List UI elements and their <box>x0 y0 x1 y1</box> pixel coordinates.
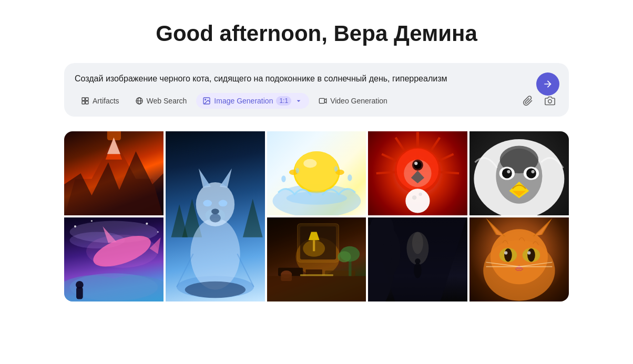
svg-marker-164 <box>533 218 553 236</box>
toolbar-web-search[interactable]: Web Search <box>129 93 193 108</box>
svg-point-144 <box>303 240 325 256</box>
svg-marker-166 <box>535 224 548 236</box>
camera-icon <box>545 96 555 106</box>
svg-point-82 <box>210 214 221 223</box>
gallery-dolphin[interactable] <box>64 217 164 301</box>
artifacts-icon <box>81 97 89 105</box>
svg-point-79 <box>211 209 219 214</box>
svg-point-113 <box>419 193 422 196</box>
image-gen-label: Image Generation <box>214 97 273 105</box>
prompt-text[interactable]: Создай изображение черного кота, сидящег… <box>75 72 558 85</box>
svg-point-94 <box>348 174 352 181</box>
svg-point-93 <box>281 175 285 182</box>
svg-point-130 <box>86 235 158 268</box>
svg-point-157 <box>412 232 423 254</box>
image-gen-icon <box>202 97 211 105</box>
svg-point-109 <box>414 162 417 165</box>
svg-point-91 <box>303 159 316 168</box>
svg-point-158 <box>414 263 422 278</box>
svg-point-122 <box>532 170 535 173</box>
svg-point-121 <box>507 170 511 173</box>
svg-marker-10 <box>324 99 326 103</box>
aspect-ratio-badge[interactable]: 1:1 <box>276 96 291 106</box>
gallery-eagle[interactable] <box>469 131 569 215</box>
svg-marker-165 <box>491 224 504 236</box>
svg-point-88 <box>294 151 339 191</box>
send-icon <box>543 79 553 89</box>
svg-point-85 <box>185 282 246 298</box>
paperclip-icon <box>523 96 533 106</box>
gallery-bird[interactable] <box>368 131 467 215</box>
svg-point-152 <box>338 251 351 262</box>
svg-point-134 <box>74 225 76 227</box>
globe-icon <box>135 97 144 105</box>
svg-point-96 <box>334 166 338 171</box>
svg-point-112 <box>412 195 416 200</box>
svg-rect-0 <box>82 98 85 100</box>
attachment-button[interactable] <box>519 92 536 109</box>
svg-rect-149 <box>300 274 333 276</box>
svg-point-133 <box>76 281 84 289</box>
image-gallery-main <box>64 131 569 301</box>
video-gen-label: Video Generation <box>330 97 387 105</box>
toolbar-artifacts[interactable]: Artifacts <box>75 93 126 108</box>
svg-point-80 <box>203 200 212 207</box>
svg-point-120 <box>526 169 536 179</box>
web-search-label: Web Search <box>147 97 187 105</box>
toolbar-image-gen[interactable]: Image Generation 1:1 <box>196 93 309 109</box>
toolbar: Artifacts Web Search Image Generation 1:… <box>75 92 558 109</box>
gallery-cat[interactable] <box>469 217 569 301</box>
svg-point-95 <box>295 168 299 173</box>
svg-rect-132 <box>76 287 83 299</box>
send-button[interactable] <box>536 72 559 96</box>
gallery-volcano[interactable] <box>64 131 164 215</box>
prompt-input-container: Создай изображение черного кота, сидящег… <box>64 63 569 117</box>
svg-point-11 <box>548 100 552 103</box>
svg-point-169 <box>504 248 512 262</box>
svg-rect-2 <box>82 101 85 104</box>
svg-point-135 <box>91 220 93 222</box>
aspect-dropdown-icon <box>294 97 303 105</box>
svg-marker-163 <box>486 218 506 236</box>
video-gen-icon <box>319 97 327 105</box>
gallery-silhouette[interactable] <box>368 217 467 301</box>
gallery-lemon[interactable] <box>267 131 366 215</box>
svg-point-8 <box>205 99 206 100</box>
svg-point-172 <box>527 251 530 254</box>
toolbar-right-actions <box>519 92 558 109</box>
svg-rect-154 <box>281 274 292 281</box>
svg-point-136 <box>146 223 148 225</box>
svg-point-72 <box>190 218 240 289</box>
artifacts-label: Artifacts <box>93 97 119 105</box>
svg-rect-1 <box>86 98 88 100</box>
gallery-desk[interactable] <box>267 217 366 301</box>
page-greeting: Good afternoon, Вера Демина <box>156 21 477 46</box>
svg-marker-70 <box>243 199 263 237</box>
gallery-wolf[interactable] <box>166 131 265 301</box>
svg-point-137 <box>157 231 159 233</box>
toolbar-video-gen[interactable]: Video Generation <box>312 93 394 108</box>
svg-point-170 <box>527 248 535 262</box>
svg-point-119 <box>502 169 512 179</box>
svg-point-81 <box>218 200 227 207</box>
svg-point-159 <box>415 258 421 264</box>
svg-point-111 <box>406 189 430 213</box>
svg-point-171 <box>504 251 507 254</box>
svg-rect-3 <box>86 101 88 104</box>
svg-rect-9 <box>319 98 324 103</box>
